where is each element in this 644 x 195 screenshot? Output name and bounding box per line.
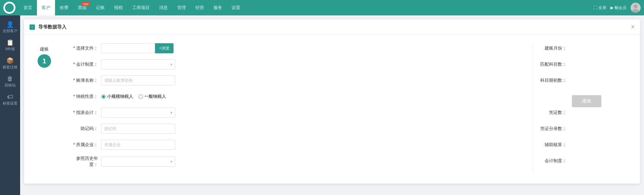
ledger-name-label: * 账簿名称： — [71, 77, 101, 83]
company-input[interactable] — [101, 140, 175, 150]
create-button-row: 建账 — [540, 92, 633, 107]
accounting-system-wrapper — [101, 59, 175, 69]
match-subjects-row: 匹配科目数： — [540, 59, 633, 70]
sidebar-item-tag[interactable]: 🏷 标签设置 — [0, 91, 20, 109]
recycle-icon: 🗑 — [7, 76, 13, 82]
layout: 👤 全部客户 📋 0申报 📦 账套迁移 🗑 回收站 🏷 标签设置 ↑ 导爷数 — [0, 15, 644, 195]
sidebar-item-declaration[interactable]: 📋 0申报 — [0, 37, 20, 54]
history-year-label: 参照历史年度： — [71, 155, 101, 168]
tax-general-radio-input[interactable] — [139, 94, 143, 99]
sidebar-item-migration[interactable]: 📦 账套迁移 — [0, 55, 20, 72]
fullscreen-icon: ⛶ — [593, 5, 597, 10]
nav-item-service[interactable]: 服务 — [209, 0, 227, 15]
dialog-title: ↑ 导爷数据导入 — [30, 24, 66, 30]
voucher-records-row: 凭证分录数： — [540, 123, 633, 134]
dialog-header: ↑ 导爷数据导入 × — [24, 19, 640, 35]
tax-small-radio[interactable]: 小规模纳税人 — [101, 93, 133, 100]
info-accounting-system-row: 会计制度： — [540, 155, 633, 166]
migration-icon: 📦 — [6, 58, 14, 64]
accounting-system-label: * 会计制度： — [71, 61, 101, 67]
top-nav: 首页 客户 收费 票据 new 记账 报税 工商项目 消息 管理 经营 服务 设… — [0, 0, 644, 15]
dialog-container: ↑ 导爷数据导入 × 建账 1 * 选择文件： — [24, 19, 640, 184]
form-section: * 选择文件： +浏览 * 会计制度： — [64, 43, 533, 173]
nav-item-operation[interactable]: 经营 — [191, 0, 209, 15]
member-icon: ▶ — [610, 5, 613, 10]
step-section: 建账 1 — [24, 43, 64, 173]
initial-subjects-row: 科目期初数： — [540, 75, 633, 86]
accounting-system-select[interactable] — [101, 59, 175, 69]
nav-right: ⛶ 全屏 ▶ 畅会员 — [593, 3, 641, 13]
nav-item-home[interactable]: 首页 — [19, 0, 37, 15]
memo-row: 助记码： — [71, 123, 526, 134]
tax-general-radio[interactable]: 一般纳税人 — [139, 93, 166, 100]
import-icon: ↑ — [30, 24, 35, 30]
history-year-wrapper — [101, 156, 175, 167]
dialog-body: 建账 1 * 选择文件： +浏览 — [24, 35, 640, 181]
accountant-select[interactable] — [101, 108, 175, 118]
sidebar-item-all-clients[interactable]: 👤 全部客户 — [0, 19, 20, 36]
create-account-button[interactable]: 建账 — [572, 95, 601, 107]
file-label: * 选择文件： — [71, 45, 101, 51]
browse-button[interactable]: +浏览 — [155, 43, 174, 53]
accountant-row: * 指派会计： — [71, 107, 526, 118]
nav-item-manage[interactable]: 管理 — [172, 0, 191, 15]
ledger-name-input[interactable] — [101, 75, 175, 85]
match-subjects-label: 匹配科目数： — [540, 61, 570, 67]
month-label: 建账月份： — [540, 45, 570, 51]
sidebar-item-recycle[interactable]: 🗑 回收站 — [0, 73, 20, 90]
memo-label: 助记码： — [71, 126, 101, 132]
tag-icon: 🏷 — [7, 94, 13, 100]
company-row: * 所属企业： — [71, 139, 526, 150]
main-content: ↑ 导爷数据导入 × 建账 1 * 选择文件： — [20, 15, 644, 195]
tax-type-radio-group: 小规模纳税人 一般纳税人 — [101, 93, 166, 100]
initial-subjects-label: 科目期初数： — [540, 77, 570, 83]
dialog-close-button[interactable]: × — [631, 23, 635, 30]
member-btn[interactable]: ▶ 畅会员 — [610, 5, 627, 11]
sidebar: 👤 全部客户 📋 0申报 📦 账套迁移 🗑 回收站 🏷 标签设置 — [0, 15, 20, 195]
svg-point-2 — [632, 9, 639, 13]
fullscreen-btn[interactable]: ⛶ 全屏 — [593, 5, 606, 11]
logo-icon — [5, 3, 14, 12]
file-input-wrapper: +浏览 — [101, 43, 174, 53]
nav-item-business[interactable]: 工商项目 — [128, 0, 154, 15]
auxiliary-row: 辅助核算： — [540, 139, 633, 150]
declaration-icon: 📋 — [6, 40, 14, 46]
memo-input[interactable] — [101, 124, 175, 134]
nav-item-bookkeeping[interactable]: 记账 — [91, 0, 109, 15]
new-badge: new — [82, 2, 90, 6]
nav-item-invoice[interactable]: 票据 new — [73, 0, 91, 15]
voucher-records-label: 凭证分录数： — [540, 126, 570, 132]
month-row: 建账月份： — [540, 43, 633, 54]
step-label: 建账 — [40, 46, 49, 52]
nav-item-settings[interactable]: 设置 — [227, 0, 245, 15]
ledger-name-row: * 账簿名称： — [71, 75, 526, 86]
nav-item-client[interactable]: 客户 — [37, 0, 55, 15]
history-year-select[interactable] — [101, 156, 175, 167]
auxiliary-label: 辅助核算： — [540, 142, 570, 148]
file-input[interactable] — [101, 43, 155, 53]
avatar[interactable] — [631, 3, 641, 13]
accounting-system-row: * 会计制度： — [71, 59, 526, 70]
nav-item-tax[interactable]: 报税 — [109, 0, 128, 15]
nav-item-fee[interactable]: 收费 — [55, 0, 73, 15]
nav-items: 首页 客户 收费 票据 new 记账 报税 工商项目 消息 管理 经营 服务 设… — [19, 0, 593, 15]
tax-small-radio-input[interactable] — [101, 94, 106, 99]
info-section: 建账月份： 匹配科目数： 科目期初数： 建账 — [533, 43, 640, 173]
accountant-label: * 指派会计： — [71, 110, 101, 116]
tax-type-label: * 纳税性质： — [71, 93, 101, 100]
step-circle: 1 — [38, 54, 51, 68]
nav-item-message[interactable]: 消息 — [154, 0, 172, 15]
info-accounting-system-label: 会计制度： — [540, 158, 570, 164]
company-label: * 所属企业： — [71, 142, 101, 148]
svg-point-0 — [7, 5, 12, 10]
tax-type-row: * 纳税性质： 小规模纳税人 一般纳税人 — [71, 91, 526, 102]
vouchers-row: 凭证数： — [540, 107, 633, 118]
svg-point-1 — [634, 4, 638, 8]
accountant-wrapper — [101, 108, 175, 118]
history-year-row: 参照历史年度： — [71, 155, 526, 168]
vouchers-label: 凭证数： — [540, 110, 570, 116]
file-row: * 选择文件： +浏览 — [71, 43, 526, 54]
logo[interactable] — [3, 2, 15, 14]
all-clients-icon: 👤 — [6, 21, 14, 27]
